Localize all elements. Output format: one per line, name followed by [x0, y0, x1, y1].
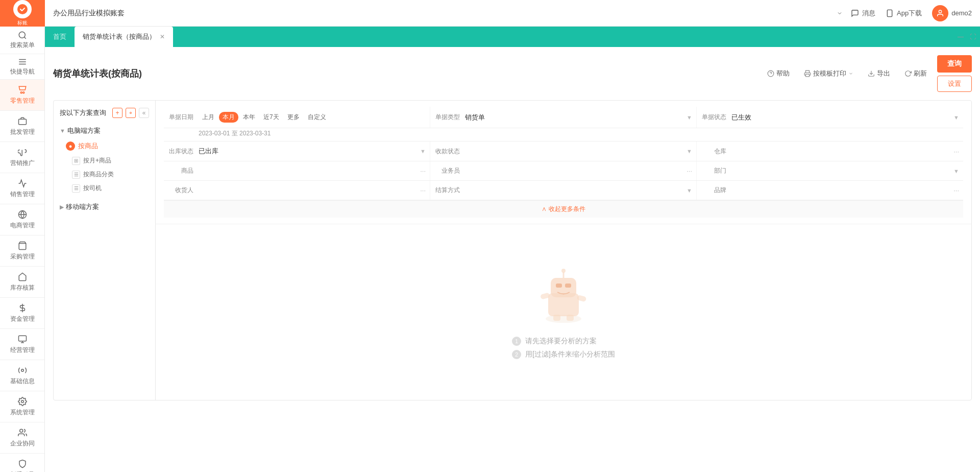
scheme-by-month-goods[interactable]: ⊞ 按月+商品	[54, 154, 155, 168]
app-download-btn[interactable]: App下载	[886, 9, 922, 18]
sidebar-item-sales[interactable]: 销售管理	[0, 173, 44, 204]
tab-sales-stats[interactable]: 销货单统计表（按商品） ✕	[75, 27, 173, 47]
brand-value[interactable]: ···	[731, 186, 959, 194]
goods-dots[interactable]: ···	[420, 167, 426, 175]
topbar-actions: 消息 App下载 demo2	[851, 5, 972, 21]
date-tab-thismonth[interactable]: 本月	[219, 112, 238, 123]
doc-type-label: 单据类型	[434, 113, 465, 122]
brand-dots[interactable]: ···	[953, 186, 959, 194]
date-tab-lastmonth[interactable]: 上月	[199, 112, 218, 123]
filter-row-1: 单据日期 上月 本月 本年 近7天 更多 自定义	[164, 107, 963, 128]
salesperson-label: 业务员	[434, 167, 465, 175]
scheme-by-goods-category[interactable]: ☰ 按商品分类	[54, 168, 155, 181]
out-status-value[interactable]: 已出库 ▼	[199, 147, 426, 156]
salesperson-value[interactable]: ···	[465, 167, 692, 175]
tab-close-btn[interactable]: ✕	[160, 33, 165, 40]
warehouse-value[interactable]: ···	[731, 148, 959, 155]
tip-num-2: 2	[512, 350, 521, 359]
svg-rect-30	[556, 284, 562, 288]
warehouse-label: 仓库	[701, 147, 731, 156]
user-btn[interactable]: demo2	[932, 5, 972, 21]
app-logo[interactable]: 标账	[0, 0, 45, 27]
tab-maximize-btn[interactable]: ⛶	[970, 33, 976, 40]
scheme-by-goods[interactable]: ● 按商品	[54, 138, 155, 154]
mobile-scheme-header[interactable]: ▶ 移动端方案	[54, 199, 155, 215]
recipient-value[interactable]: ···	[199, 186, 426, 194]
date-tab-7days[interactable]: 近7天	[260, 112, 283, 123]
settle-chevron: ▼	[687, 187, 692, 194]
doc-type-value[interactable]: 销货单 ▼	[465, 113, 692, 122]
sidebar-item-wholesale[interactable]: 批发管理	[0, 111, 44, 142]
doc-status-chevron: ▼	[953, 114, 959, 121]
scheme-by-driver[interactable]: ☰ 按司机	[54, 181, 155, 195]
query-btn[interactable]: 查询	[937, 55, 972, 73]
ecommerce-icon	[17, 209, 28, 220]
doc-status-value[interactable]: 已生效 ▼	[731, 113, 959, 122]
industry-dropdown[interactable]	[837, 10, 843, 16]
basic-icon	[17, 365, 28, 375]
help-btn[interactable]: 帮助	[763, 67, 794, 80]
tip-text-1: 请先选择要分析的方案	[525, 337, 597, 346]
collapse-filter-btn[interactable]: ∧ 收起更多条件	[164, 200, 963, 218]
template-print-label: 按模板打印	[813, 69, 846, 78]
date-tab-more[interactable]: 更多	[284, 112, 303, 123]
recipient-dots[interactable]: ···	[420, 186, 426, 194]
left-panel-title: 按以下方案查询	[60, 108, 112, 117]
pc-scheme-label: 电脑端方案	[67, 126, 101, 135]
recv-status-value[interactable]: ▼	[465, 148, 692, 154]
sidebar-item-marketing[interactable]: 营销推广	[0, 142, 44, 173]
sidebar-item-wholesale-label: 批发管理	[10, 128, 35, 136]
settle-value[interactable]: ▼	[465, 187, 692, 194]
sidebar-item-enterprise-label: 企业协同	[10, 439, 35, 448]
sidebar-item-ecommerce[interactable]: 电商管理	[0, 204, 44, 235]
sidebar-item-retail[interactable]: 零售管理	[0, 80, 44, 111]
sidebar-item-operations[interactable]: 经营管理	[0, 329, 44, 360]
date-range-text: 2023-03-01 至 2023-03-31	[199, 129, 271, 138]
add-scheme-btn[interactable]: +	[112, 108, 122, 118]
svg-point-21	[939, 10, 942, 13]
sidebar-item-finance[interactable]: 资金管理	[0, 298, 44, 329]
industry-title: 办公用品行业模拟账套	[53, 9, 828, 18]
goods-value[interactable]: ···	[199, 167, 426, 175]
refresh-btn[interactable]: 刷新	[900, 67, 931, 80]
sales-icon	[17, 178, 28, 188]
sidebar-item-purchase[interactable]: 采购管理	[0, 235, 44, 267]
tab-home[interactable]: 首页	[45, 27, 75, 47]
sidebar-item-basic[interactable]: 基础信息	[0, 360, 44, 391]
doc-status-label: 单据状态	[701, 113, 731, 122]
svg-point-1	[19, 32, 25, 38]
out-status-text: 已出库	[199, 147, 218, 156]
sidebar-item-enterprise[interactable]: 企业协同	[0, 422, 44, 454]
sidebar-quick-nav[interactable]: 快捷导航	[0, 54, 44, 80]
inventory-icon	[17, 272, 28, 282]
sidebar-item-system[interactable]: 系统管理	[0, 391, 44, 422]
collapse-panel-btn[interactable]: «	[139, 108, 149, 118]
by-goods-category-label: 按商品分类	[83, 170, 114, 179]
edit-scheme-btn[interactable]	[126, 108, 136, 118]
doc-status-filter-cell: 单据状态 已生效 ▼	[697, 107, 963, 128]
tab-minimize-btn[interactable]: —	[958, 33, 964, 40]
svg-point-0	[17, 4, 28, 14]
svg-rect-4	[18, 119, 26, 125]
svg-rect-19	[887, 10, 892, 16]
message-btn[interactable]: 消息	[851, 9, 875, 18]
content-body: 按以下方案查询 + « ▼ 电脑端方案	[53, 100, 972, 400]
date-tab-custom[interactable]: 自定义	[304, 112, 330, 123]
goods-cell: 商品 ···	[164, 161, 430, 180]
warehouse-dots[interactable]: ···	[953, 148, 959, 155]
svg-rect-36	[553, 315, 560, 321]
date-tab-thisyear[interactable]: 本年	[239, 112, 259, 123]
sidebar-search[interactable]: 搜索菜单	[0, 27, 44, 54]
sidebar-item-ecommerce-label: 电商管理	[10, 221, 35, 230]
dept-chevron: ▼	[953, 168, 959, 174]
settings-btn[interactable]: 设置	[937, 76, 972, 92]
export-btn[interactable]: 导出	[864, 67, 894, 80]
salesperson-dots[interactable]: ···	[687, 167, 692, 175]
template-print-btn[interactable]: 按模板打印	[800, 67, 857, 80]
dept-value[interactable]: ▼	[731, 168, 959, 174]
sidebar-item-newbie[interactable]: 新手引导	[0, 454, 44, 472]
pc-scheme-header[interactable]: ▼ 电脑端方案	[54, 123, 155, 138]
sidebar-search-label: 搜索菜单	[10, 41, 35, 50]
sidebar-item-inventory[interactable]: 库存核算	[0, 267, 44, 298]
sidebar-item-retail-label: 零售管理	[10, 97, 35, 105]
